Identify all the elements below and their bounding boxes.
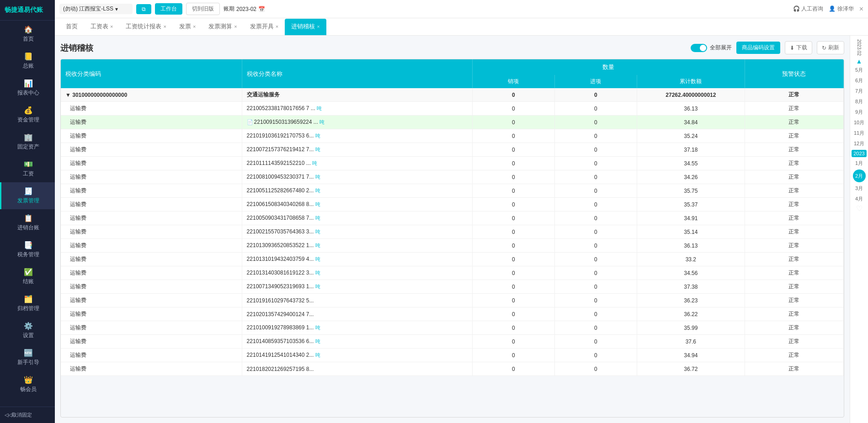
sidebar-item-home[interactable]: 🏠 首页: [0, 21, 55, 48]
chevron-up-icon[interactable]: ▲: [856, 58, 863, 65]
table-row: 运输费 2210021557035764363 3... 吨 0 0 35.14…: [61, 225, 844, 239]
support-button[interactable]: 🎧 人工咨询: [793, 5, 823, 13]
row-purchase: 0: [554, 198, 637, 212]
sidebar-item-guide[interactable]: 🆕 新手引导: [0, 344, 55, 371]
row-sales: 0: [472, 198, 554, 212]
sidebar-item-ledger[interactable]: 📒 总账: [0, 48, 55, 74]
data-table: 税收分类编码 税收分类名称 数量 预警状态 销项 进项 累计数额: [61, 59, 844, 376]
sidebar-item-label: 报表中心: [17, 89, 39, 97]
row-purchase: 0: [554, 184, 637, 198]
group-name: 交通运输服务: [242, 88, 472, 102]
sidebar-item-finance[interactable]: 💰 资金管理: [0, 101, 55, 128]
month-12[interactable]: 12月: [851, 138, 868, 149]
workbench-button[interactable]: 工作台: [155, 3, 182, 15]
switch-version-button[interactable]: 切到旧版: [186, 3, 220, 15]
sidebar-unpin[interactable]: ◁◁ 取消固定: [0, 407, 55, 423]
sidebar-item-tax[interactable]: 📑 税务管理: [0, 236, 55, 263]
row-purchase: 0: [554, 170, 637, 184]
month-4[interactable]: 4月: [851, 194, 868, 204]
right-panel: 2023.02 ▲ 5月 6月 7月 8月 9月 10月 11月 12月 202…: [850, 36, 868, 423]
row-name: 运输费: [61, 307, 242, 321]
sales-icon: 📋: [24, 214, 33, 222]
month-8[interactable]: 8月: [851, 96, 868, 107]
month-1[interactable]: 1月: [851, 158, 868, 169]
tab-reconcile[interactable]: 进销稽核 ×: [285, 19, 326, 35]
refresh-button[interactable]: ↻ 刷新: [817, 41, 844, 54]
company-selector[interactable]: (勿动) 江西报宝-LSS ▾: [59, 4, 133, 14]
month-6[interactable]: 6月: [851, 75, 868, 86]
row-name: 运输费: [61, 184, 242, 198]
close-icon[interactable]: ×: [193, 24, 196, 29]
sidebar-item-assets[interactable]: 🏢 固定资产: [0, 128, 55, 155]
row-status: 正常: [745, 349, 843, 362]
calendar-icon[interactable]: 📅: [258, 6, 265, 12]
month-9[interactable]: 9月: [851, 107, 868, 117]
row-name: 运输费: [61, 225, 242, 239]
download-button[interactable]: ⬇ 下载: [785, 41, 812, 54]
row-purchase: 0: [554, 129, 637, 143]
close-icon[interactable]: ×: [317, 24, 320, 29]
sidebar-item-invoice[interactable]: 🧾 发票管理: [0, 182, 55, 209]
row-name: 运输费: [61, 239, 242, 253]
sidebar-item-label: 工资: [23, 170, 34, 178]
close-icon[interactable]: ×: [163, 24, 166, 29]
row-purchase: 0: [554, 307, 637, 321]
close-icon[interactable]: ×: [234, 24, 237, 29]
table-row: 运输费 📄2210091503139659224 ... 吨 0 0 34.84…: [61, 116, 844, 129]
row-cumulative: 34.94: [637, 349, 745, 362]
row-status: 正常: [745, 335, 843, 349]
row-status: 正常: [745, 321, 843, 335]
tab-home[interactable]: 首页: [59, 19, 84, 35]
row-name: 运输费: [61, 294, 242, 307]
row-name: 运输费: [61, 280, 242, 294]
sidebar-item-sales[interactable]: 📋 进销台账: [0, 209, 55, 236]
salary-icon: 💵: [24, 160, 33, 169]
group-sales: 0: [472, 88, 554, 102]
collapse-icon[interactable]: ▼: [65, 92, 71, 98]
user-avatar[interactable]: 👤 徐泽华: [829, 5, 853, 13]
close-button[interactable]: ×: [859, 5, 863, 13]
goods-code-settings-button[interactable]: 商品编码设置: [736, 42, 780, 54]
row-status: 正常: [745, 280, 843, 294]
tab-invoice-calc[interactable]: 发票测算 ×: [202, 19, 243, 35]
sidebar-item-label: 新手引导: [17, 359, 39, 366]
group-purchase: 0: [554, 88, 637, 102]
sidebar-item-archive[interactable]: 🗂️ 归档管理: [0, 290, 55, 317]
row-taxcode: 2210130936520853522 1... 吨: [242, 239, 472, 253]
table-row: 运输费 2210191610297643732 5... 0 0 36.23 正…: [61, 294, 844, 307]
month-3[interactable]: 3月: [851, 183, 868, 194]
month-11[interactable]: 11月: [851, 128, 868, 138]
pin-icon: ◁◁: [5, 412, 12, 418]
page-actions: 全部展开 商品编码设置 ⬇ 下载 ↻ 刷新: [691, 41, 844, 54]
sidebar-item-checkout[interactable]: ✅ 结账: [0, 263, 55, 290]
sidebar-item-settings[interactable]: ⚙️ 设置: [0, 317, 55, 344]
row-purchase: 0: [554, 349, 637, 362]
month-5[interactable]: 5月: [851, 65, 868, 75]
sidebar-item-member[interactable]: 👑 畅会员: [0, 371, 55, 398]
tab-invoice-open[interactable]: 发票开具 ×: [244, 19, 285, 35]
tab-invoice[interactable]: 发票 ×: [173, 19, 202, 35]
row-cumulative: 36.13: [637, 239, 745, 253]
tax-icon: 📑: [24, 241, 33, 249]
sidebar-item-salary[interactable]: 💵 工资: [0, 155, 55, 182]
chevron-down-icon: ▾: [115, 6, 118, 12]
row-purchase: 0: [554, 266, 637, 280]
month-10[interactable]: 10月: [851, 117, 868, 128]
tab-salary-table[interactable]: 工资表 ×: [84, 19, 119, 35]
close-icon[interactable]: ×: [276, 24, 278, 29]
month-2-active[interactable]: 2月: [853, 169, 866, 182]
row-name: 运输费: [61, 129, 242, 143]
expand-toggle[interactable]: [691, 44, 707, 52]
report-icon: 📊: [24, 79, 33, 88]
table-row: 运输费 2210052338178017656 7 ... 吨 0 0 36.1…: [61, 102, 844, 116]
month-7[interactable]: 7月: [851, 86, 868, 96]
close-icon[interactable]: ×: [110, 24, 113, 29]
sidebar: 畅捷通易代账 🏠 首页 📒 总账 📊 报表中心 💰 资金管理 🏢 固定资产 💵 …: [0, 0, 55, 423]
row-taxcode: 2210052338178017656 7 ... 吨: [242, 102, 472, 116]
copy-button[interactable]: ⧉: [136, 4, 151, 14]
table-row: 运输费 2210081009453230371 7... 吨 0 0 34.26…: [61, 170, 844, 184]
tab-salary-report[interactable]: 工资统计报表 ×: [119, 19, 172, 35]
sidebar-item-report[interactable]: 📊 报表中心: [0, 74, 55, 101]
row-taxcode: 2210201357429400124 7...: [242, 307, 472, 321]
download-icon: ⬇: [790, 45, 794, 51]
